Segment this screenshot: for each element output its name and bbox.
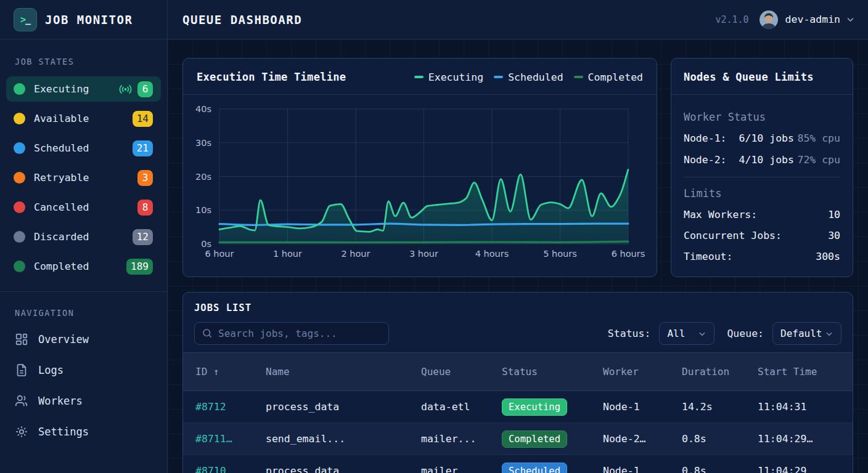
sidebar-item-discarded[interactable]: Discarded 12 xyxy=(6,224,161,249)
worker-cpu: 85% cpu xyxy=(797,132,840,144)
limit-label: Concurrent Jobs: xyxy=(684,230,782,241)
limit-value: 10 xyxy=(828,209,840,220)
job-states-heading: JOB STATES xyxy=(6,57,161,67)
user-menu[interactable]: dev-admin xyxy=(785,14,840,25)
column-status[interactable]: Status xyxy=(502,366,603,378)
sidebar-item-scheduled[interactable]: Scheduled 21 xyxy=(6,135,161,161)
search-input[interactable] xyxy=(194,322,389,345)
state-label: Executing xyxy=(34,83,118,95)
nav-label: Logs xyxy=(38,364,63,376)
limit-value: 30 xyxy=(828,230,840,241)
limit-row-timeout: Timeout: 300s xyxy=(684,251,840,262)
search-box xyxy=(194,322,389,345)
job-worker: Node-1 xyxy=(603,465,682,473)
worker-row-node1: Node-1: 6/10 jobs 85% cpu xyxy=(684,132,840,144)
discarded-dot-icon xyxy=(14,231,25,243)
column-start-time[interactable]: Start Time xyxy=(758,366,853,378)
svg-text:20s: 20s xyxy=(195,172,211,182)
jobs-card: JOBS LIST Status: All xyxy=(182,292,853,473)
sidebar-item-completed[interactable]: Completed 189 xyxy=(6,254,161,279)
svg-text:0s: 0s xyxy=(201,239,211,249)
limit-label: Timeout: xyxy=(684,251,732,262)
executing-dot-icon xyxy=(14,83,25,95)
table-header: ID ↑ Name Queue Status Worker Duration S… xyxy=(183,352,853,391)
state-label: Scheduled xyxy=(34,142,133,154)
line-chart: 0s10s20s30s40s6 hour1 hour2 hour3 hour4 … xyxy=(183,95,655,262)
job-start-time: 11:04:29 xyxy=(758,465,853,473)
job-name: process_data xyxy=(266,465,421,473)
sidebar-item-executing[interactable]: Executing 6 xyxy=(6,76,161,102)
avatar[interactable] xyxy=(760,10,778,29)
state-label: Available xyxy=(34,113,133,124)
svg-text:40s: 40s xyxy=(195,104,211,114)
job-id-link[interactable]: #8712 xyxy=(195,401,266,413)
queue-select[interactable]: Default xyxy=(772,322,841,345)
scheduled-dot-icon xyxy=(14,142,25,154)
table-row[interactable]: #8712 process_data data-etl Executing No… xyxy=(183,391,853,423)
svg-text:6 hours: 6 hours xyxy=(612,249,645,259)
table-row[interactable]: #8711… send_email... mailer... Completed… xyxy=(183,423,853,455)
job-id-link[interactable]: #8710 xyxy=(195,465,266,473)
count-badge: 189 xyxy=(126,259,153,275)
status-filter-label: Status: xyxy=(608,328,651,339)
legend-scheduled: Scheduled xyxy=(494,71,563,83)
nav-label: Overview xyxy=(38,333,89,346)
svg-text:3 hour: 3 hour xyxy=(409,249,438,259)
sidebar-item-available[interactable]: Available 14 xyxy=(6,106,161,131)
column-id[interactable]: ID ↑ xyxy=(195,366,266,378)
job-id-link[interactable]: #8711… xyxy=(195,433,266,445)
users-icon xyxy=(15,394,28,408)
worker-jobs: 4/10 jobs xyxy=(739,154,794,166)
timeline-card: Execution Time Timeline Executing Schedu… xyxy=(182,58,657,277)
timeline-chart: 0s10s20s30s40s6 hour1 hour2 hour3 hour4 … xyxy=(183,95,657,277)
job-worker: Node-2… xyxy=(603,433,682,445)
app: >_ JOB MONITOR JOB STATES Executing 6 Av… xyxy=(0,0,868,473)
legend-dash-icon xyxy=(574,76,583,79)
job-start-time: 11:04:31 xyxy=(758,401,853,413)
chevron-down-icon xyxy=(825,329,833,338)
chevron-down-icon xyxy=(698,329,706,338)
count-badge: 12 xyxy=(133,229,153,245)
column-duration[interactable]: Duration xyxy=(682,366,758,378)
job-queue: mailer xyxy=(421,465,502,473)
sidebar-item-cancelled[interactable]: Cancelled 8 xyxy=(6,195,161,220)
job-start-time: 11:04:29… xyxy=(758,433,853,445)
state-label: Completed xyxy=(34,261,126,272)
version-label: v2.1.0 xyxy=(715,14,748,25)
available-dot-icon xyxy=(14,113,25,124)
cancelled-dot-icon xyxy=(14,201,25,213)
sidebar: >_ JOB MONITOR JOB STATES Executing 6 Av… xyxy=(0,0,168,473)
gear-icon xyxy=(15,425,28,439)
status-badge: Executing xyxy=(502,398,567,416)
column-worker[interactable]: Worker xyxy=(603,366,682,378)
sidebar-item-retryable[interactable]: Retryable 3 xyxy=(6,165,161,190)
column-name[interactable]: Name xyxy=(266,366,421,378)
page-title: QUEUE DASHBOARD xyxy=(182,13,302,26)
nodes-card: Nodes & Queue Limits Worker Status Node-… xyxy=(671,58,853,277)
job-duration: 14.2s xyxy=(682,401,758,413)
worker-jobs: 6/10 jobs xyxy=(739,132,794,144)
sidebar-item-settings[interactable]: Settings xyxy=(6,416,161,447)
job-name: process_data xyxy=(266,401,421,413)
count-badge: 3 xyxy=(137,170,153,186)
live-broadcast-icon xyxy=(118,83,133,95)
column-queue[interactable]: Queue xyxy=(421,366,502,378)
svg-text:6 hour: 6 hour xyxy=(205,249,234,259)
job-worker: Node-1 xyxy=(603,401,682,413)
navigation-heading: NAVIGATION xyxy=(6,308,161,318)
queue-select-value: Default xyxy=(780,328,822,339)
table-row[interactable]: #8710 process_data mailer Scheduled Node… xyxy=(183,455,853,473)
sidebar-item-logs[interactable]: Logs xyxy=(6,355,161,386)
limit-value: 300s xyxy=(816,251,840,262)
search-icon xyxy=(202,328,213,341)
status-badge: Completed xyxy=(502,431,567,448)
status-select-value: All xyxy=(667,328,685,339)
worker-cpu: 72% cpu xyxy=(797,154,840,166)
sidebar-item-workers[interactable]: Workers xyxy=(6,386,161,416)
status-select[interactable]: All xyxy=(659,322,714,345)
sidebar-item-overview[interactable]: Overview xyxy=(6,324,161,355)
svg-text:5 hours: 5 hours xyxy=(543,249,577,259)
dashboard-icon xyxy=(15,333,28,346)
jobs-list-title: JOBS LIST xyxy=(194,302,841,313)
chevron-down-icon[interactable] xyxy=(846,15,855,24)
